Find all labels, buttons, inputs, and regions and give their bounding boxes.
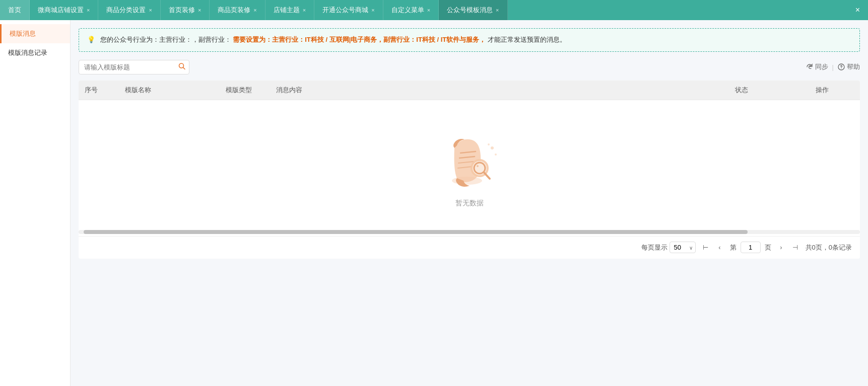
page-size-dropdown[interactable]: 50 20 100 bbox=[670, 242, 696, 253]
svg-point-14 bbox=[495, 153, 497, 156]
table-header-row: 序号 模版名称 模版类型 消息内容 状态 bbox=[79, 81, 860, 100]
top-nav: 首页 微商城店铺设置 × 商品分类设置 × 首页装修 × 商品页装修 × 店铺主… bbox=[0, 0, 868, 20]
close-icon[interactable]: × bbox=[371, 7, 374, 13]
svg-point-13 bbox=[491, 146, 494, 149]
prev-page-button[interactable]: ‹ bbox=[714, 242, 726, 254]
svg-line-1 bbox=[183, 67, 185, 69]
nav-home[interactable]: 首页 bbox=[0, 0, 30, 20]
nav-wshop-setting[interactable]: 微商城店铺设置 × bbox=[30, 0, 98, 20]
close-icon[interactable]: × bbox=[253, 7, 256, 13]
empty-state: 暂无数据 bbox=[79, 100, 860, 228]
bulb-icon: 💡 bbox=[87, 36, 95, 43]
close-all-button[interactable]: × bbox=[847, 0, 868, 20]
nav-open-mall[interactable]: 开通公众号商城 × bbox=[314, 0, 383, 20]
nav-shop-theme[interactable]: 店铺主题 × bbox=[265, 0, 314, 20]
search-bar: 同步 | 帮助 bbox=[79, 60, 860, 74]
search-input-wrap bbox=[79, 60, 189, 74]
col-content: 消息内容 bbox=[270, 81, 729, 100]
col-status: 状态 bbox=[729, 81, 810, 100]
page-navigation: ⊢ ‹ 第 页 › ⊣ bbox=[700, 242, 802, 254]
data-table: 序号 模版名称 模版类型 消息内容 状态 bbox=[79, 81, 860, 228]
close-icon[interactable]: × bbox=[149, 7, 152, 13]
close-icon[interactable]: × bbox=[198, 7, 201, 13]
pagination: 每页显示 50 20 100 ⊢ ‹ 第 页 › bbox=[79, 236, 860, 259]
page-number-input[interactable] bbox=[741, 242, 761, 253]
table-empty-row: 暂无数据 bbox=[79, 100, 860, 228]
page-size-select: 每页显示 50 20 100 bbox=[641, 242, 696, 253]
close-icon[interactable]: × bbox=[427, 7, 430, 13]
next-page-button[interactable]: › bbox=[775, 242, 787, 254]
sidebar-item-template-msg[interactable]: 模版消息 bbox=[0, 24, 70, 43]
col-type: 模版类型 bbox=[220, 81, 270, 100]
col-index: 序号 bbox=[79, 81, 119, 100]
close-icon[interactable]: × bbox=[87, 7, 90, 13]
nav-category-setting[interactable]: 商品分类设置 × bbox=[98, 0, 160, 20]
svg-point-3 bbox=[841, 68, 841, 69]
nav-home-decor[interactable]: 首页装修 × bbox=[161, 0, 210, 20]
search-button[interactable] bbox=[178, 63, 185, 71]
svg-point-16 bbox=[477, 165, 479, 167]
sidebar: 模版消息 模版消息记录 bbox=[0, 20, 71, 386]
svg-point-15 bbox=[488, 143, 490, 145]
first-page-button[interactable]: ⊢ bbox=[700, 242, 712, 254]
search-left bbox=[79, 60, 189, 74]
page-size-wrapper: 50 20 100 bbox=[670, 242, 696, 253]
empty-text: 暂无数据 bbox=[455, 199, 484, 208]
sidebar-item-template-msg-record[interactable]: 模版消息记录 bbox=[0, 43, 70, 62]
scroll-thumb[interactable] bbox=[84, 230, 748, 234]
close-icon[interactable]: × bbox=[496, 7, 499, 13]
search-input[interactable] bbox=[79, 60, 189, 74]
main-layout: 模版消息 模版消息记录 💡 您的公众号行业为：主营行业：，副营行业： 需要设置为… bbox=[0, 20, 868, 386]
svg-line-12 bbox=[484, 173, 490, 179]
content-area: 💡 您的公众号行业为：主营行业：，副营行业： 需要设置为：主营行业：IT科技 /… bbox=[71, 20, 868, 386]
search-right: 同步 | 帮助 bbox=[806, 62, 860, 71]
notice-banner: 💡 您的公众号行业为：主营行业：，副营行业： 需要设置为：主营行业：IT科技 /… bbox=[79, 28, 860, 52]
close-icon[interactable]: × bbox=[303, 7, 306, 13]
col-name: 模版名称 bbox=[119, 81, 220, 100]
nav-product-decor[interactable]: 商品页装修 × bbox=[210, 0, 265, 20]
last-page-button[interactable]: ⊣ bbox=[789, 242, 802, 254]
help-button[interactable]: 帮助 bbox=[838, 62, 860, 71]
horizontal-scrollbar[interactable] bbox=[79, 230, 860, 234]
nav-custom-menu[interactable]: 自定义菜单 × bbox=[383, 0, 439, 20]
empty-illustration bbox=[439, 130, 500, 191]
nav-template-msg[interactable]: 公众号模板消息 × bbox=[439, 0, 507, 20]
divider: | bbox=[832, 63, 834, 71]
sync-button[interactable]: 同步 bbox=[806, 62, 828, 71]
page-total-info: 共0页，0条记录 bbox=[806, 243, 852, 252]
data-table-wrap: 序号 模版名称 模版类型 消息内容 状态 bbox=[79, 81, 860, 259]
col-action: 操作 bbox=[810, 81, 860, 100]
